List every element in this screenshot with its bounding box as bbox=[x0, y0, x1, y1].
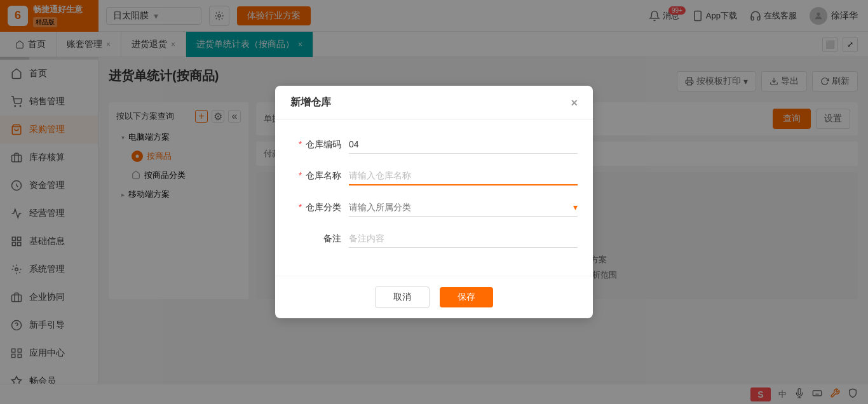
code-required-mark: * bbox=[299, 139, 302, 149]
name-input[interactable] bbox=[349, 166, 578, 185]
cancel-button[interactable]: 取消 bbox=[375, 286, 430, 308]
category-required-mark: * bbox=[299, 202, 302, 212]
code-input[interactable] bbox=[349, 135, 578, 154]
name-row: * 仓库名称 bbox=[290, 166, 578, 185]
category-label-text: 仓库分类 bbox=[306, 202, 341, 212]
save-button[interactable]: 保存 bbox=[440, 287, 493, 307]
remark-row: 备注 bbox=[290, 229, 578, 248]
category-dropdown-icon: ▾ bbox=[573, 202, 578, 212]
modal-title: 新增仓库 bbox=[290, 96, 331, 109]
code-row: * 仓库编码 bbox=[290, 135, 578, 154]
name-label-text: 仓库名称 bbox=[306, 170, 341, 180]
remark-label-text: 备注 bbox=[323, 233, 341, 243]
modal-body: * 仓库编码 * 仓库名称 * 仓库分类 bbox=[275, 120, 593, 276]
modal-footer: 取消 保存 bbox=[275, 276, 593, 318]
remark-label: 备注 bbox=[290, 233, 341, 245]
remark-input[interactable] bbox=[349, 229, 578, 248]
name-required-mark: * bbox=[299, 170, 302, 180]
modal-header: 新增仓库 × bbox=[275, 86, 593, 120]
new-warehouse-modal: 新增仓库 × * 仓库编码 * 仓库名称 bbox=[275, 86, 593, 318]
category-input[interactable] bbox=[349, 202, 573, 212]
category-row: * 仓库分类 ▾ bbox=[290, 198, 578, 217]
category-select[interactable]: ▾ bbox=[349, 198, 578, 217]
name-label: * 仓库名称 bbox=[290, 170, 341, 182]
modal-close-button[interactable]: × bbox=[571, 97, 578, 109]
category-label: * 仓库分类 bbox=[290, 202, 341, 213]
code-label-text: 仓库编码 bbox=[306, 139, 341, 149]
code-label: * 仓库编码 bbox=[290, 139, 341, 151]
modal-overlay: 新增仓库 × * 仓库编码 * 仓库名称 bbox=[0, 0, 868, 404]
